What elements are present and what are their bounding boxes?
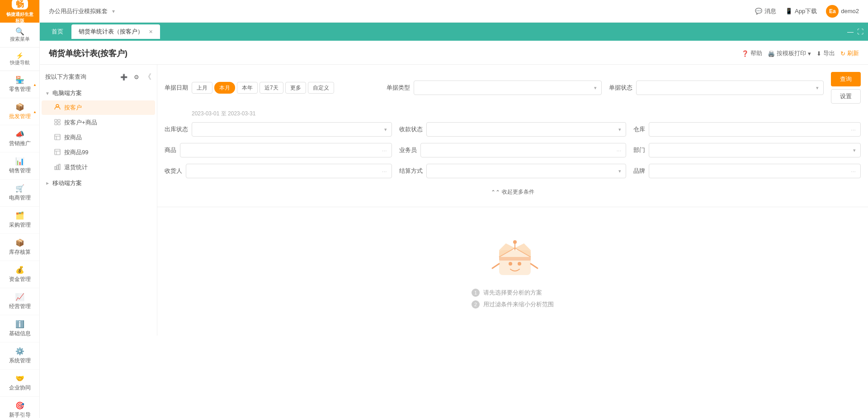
salesperson-dots-icon[interactable]: ··· [616, 147, 621, 154]
main-area: 办公用品行业模拟账套 ▾ 💬 消息 📱 App下载 Ea demo2 首页 [40, 0, 868, 418]
download-icon: 📱 [785, 8, 793, 14]
header-left: 办公用品行业模拟账套 ▾ [49, 7, 115, 15]
status-select[interactable]: ▾ [636, 81, 824, 95]
collect-chevron-icon: ▾ [618, 127, 621, 133]
sidebar-item-quick-nav[interactable]: ⚡ 快捷导航 [0, 48, 39, 71]
receiver-select[interactable]: ··· [186, 164, 392, 178]
receiver-label: 收货人 [165, 167, 182, 175]
right-panel: 单据日期 上月 本月 本年 近7天 更多 自定义 [157, 65, 868, 336]
sidebar-item-purchase[interactable]: 🗂️ 采购管理 [0, 207, 39, 234]
sidebar-item-ecommerce[interactable]: 🛒 电商管理 [0, 180, 39, 207]
settings-scheme-btn[interactable]: ⚙ [132, 72, 142, 82]
product-select[interactable]: ··· [180, 143, 392, 157]
tab-home[interactable]: 首页 [44, 24, 71, 39]
svg-line-20 [492, 264, 499, 268]
scheme-item-by-customer[interactable]: 按客户 [42, 100, 155, 115]
sidebar-item-inventory[interactable]: 📦 库存核算 [0, 234, 39, 261]
page-header: 销货单统计表(按客户) ❓ 帮助 🖨️ 按模板打印 ▾ ⬇ 导出 [40, 41, 868, 65]
header-title: 办公用品行业模拟账套 [49, 7, 108, 15]
filter-row-2: 出库状态 ▾ 收款状态 ▾ [165, 122, 861, 137]
group-expand-icon: ▼ [45, 91, 50, 96]
settlement-label: 结算方式 [399, 167, 423, 175]
type-select[interactable]: ▾ [414, 81, 601, 95]
date-btn-this-month[interactable]: 本月 [214, 82, 235, 94]
query-btn[interactable]: 查询 [831, 72, 861, 86]
refresh-btn[interactable]: ↻ 刷新 [840, 49, 859, 57]
brand-select[interactable]: ··· [649, 164, 861, 178]
status-label: 单据状态 [609, 84, 632, 92]
collect-status-select[interactable]: ▾ [426, 122, 627, 137]
settlement-select[interactable]: ▾ [426, 164, 627, 178]
warehouse-select[interactable]: ··· [649, 122, 861, 137]
messages-btn[interactable]: 💬 消息 [755, 7, 776, 15]
out-status-select[interactable]: ▾ [192, 122, 392, 137]
status-chevron-icon: ▾ [816, 85, 819, 91]
department-chevron-icon: ▾ [853, 147, 856, 153]
sidebar-item-finance[interactable]: 💰 资金管理 [0, 261, 39, 288]
collapse-scheme-btn[interactable]: 《 [144, 72, 151, 82]
setting-btn[interactable]: 设置 [831, 89, 861, 104]
help-btn[interactable]: ❓ 帮助 [741, 49, 762, 57]
sidebar-item-enterprise[interactable]: 🤝 企业协同 [0, 370, 39, 397]
tab-bar: 首页 销货单统计表（按客户） ✕ — ⛶ [40, 23, 868, 41]
product-dots-icon[interactable]: ··· [382, 147, 387, 154]
header-dropdown-icon[interactable]: ▾ [112, 8, 115, 14]
svg-rect-4 [58, 123, 60, 125]
template-print-btn[interactable]: 🖨️ 按模板打印 ▾ [768, 49, 811, 57]
collapse-more-btn[interactable]: ⌃⌃ 收起更多条件 [165, 185, 861, 200]
scheme-group-desktop-header[interactable]: ▼ 电脑端方案 [40, 86, 157, 100]
warehouse-filter: 仓库 ··· [633, 122, 861, 137]
sidebar-item-retail-mgmt[interactable]: 🏪 零售管理 [0, 71, 39, 98]
user-menu[interactable]: Ea demo2 [826, 5, 859, 18]
scheme-panel-actions: ➕ ⚙ 《 [119, 72, 151, 82]
sidebar-item-operation[interactable]: 📈 经营管理 [0, 288, 39, 315]
scheme-item-by-customer-product[interactable]: 按客户+商品 [42, 115, 155, 130]
message-icon: 💬 [755, 8, 762, 14]
person-icon [54, 104, 61, 112]
sidebar-item-new-guide[interactable]: 🎯 新手引导 [0, 397, 39, 418]
add-scheme-btn[interactable]: ➕ [119, 72, 129, 82]
scheme-item-by-product-99[interactable]: 按商品99 [42, 145, 155, 160]
svg-rect-8 [55, 149, 60, 155]
settlement-filter: 结算方式 ▾ [399, 164, 627, 178]
sidebar: 畅 畅捷通好生意 标版 🔍 搜索菜单 ⚡ 快捷导航 🏪 零售管理 📦 批发管理 … [0, 0, 40, 418]
empty-icon [490, 234, 535, 280]
warehouse-dots-icon[interactable]: ··· [851, 126, 856, 133]
scheme-item-by-product[interactable]: 按商品 [42, 130, 155, 145]
date-btn-7days[interactable]: 近7天 [259, 82, 283, 94]
sidebar-item-marketing[interactable]: 📣 营销推广 [0, 125, 39, 152]
maximize-btn[interactable]: ⛶ [857, 28, 863, 35]
empty-hints: 1 请先选择要分析的方案 2 用过滤条件来缩小分析范围 [472, 289, 554, 309]
out-status-filter: 出库状态 ▾ [165, 122, 392, 137]
svg-rect-11 [55, 166, 56, 170]
filter-area: 单据日期 上月 本月 本年 近7天 更多 自定义 [157, 65, 868, 207]
date-range-display: 2023-03-01 至 2023-03-31 [192, 110, 861, 118]
sidebar-item-system[interactable]: ⚙️ 系统管理 [0, 342, 39, 370]
sidebar-item-basic-info[interactable]: ℹ️ 基础信息 [0, 315, 39, 342]
date-btn-custom[interactable]: 自定义 [308, 82, 334, 94]
sidebar-item-sales-mgmt[interactable]: 📊 销售管理 [0, 152, 39, 180]
sidebar-item-wholesale-mgmt[interactable]: 📦 批发管理 [0, 98, 39, 125]
tab-sales-stats[interactable]: 销货单统计表（按客户） ✕ [71, 24, 160, 39]
brand-label: 品牌 [633, 167, 645, 175]
department-select[interactable]: ▾ [649, 143, 861, 157]
print-chevron-icon: ▾ [808, 50, 811, 57]
date-btn-last-month[interactable]: 上月 [192, 82, 212, 94]
brand-dots-icon[interactable]: ··· [851, 168, 856, 175]
scheme-group-mobile-header[interactable]: ▼ 移动端方案 [40, 176, 157, 190]
svg-rect-3 [55, 123, 57, 125]
scheme-group-desktop: ▼ 电脑端方案 按客户 [40, 86, 157, 175]
date-btn-more[interactable]: 更多 [285, 82, 306, 94]
svg-rect-1 [55, 119, 57, 122]
receiver-dots-icon[interactable]: ··· [382, 168, 387, 175]
empty-state: 1 请先选择要分析的方案 2 用过滤条件来缩小分析范围 [157, 207, 868, 336]
date-btn-this-year[interactable]: 本年 [237, 82, 258, 94]
app-download-btn[interactable]: 📱 App下载 [785, 7, 817, 15]
svg-point-17 [518, 262, 521, 266]
scheme-item-return-stats[interactable]: 退货统计 [42, 160, 155, 175]
sidebar-item-search-menu[interactable]: 🔍 搜索菜单 [0, 23, 39, 48]
tab-close-icon[interactable]: ✕ [149, 29, 153, 35]
minimize-btn[interactable]: — [847, 28, 854, 35]
export-btn[interactable]: ⬇ 导出 [816, 49, 835, 57]
salesperson-select[interactable]: ··· [420, 143, 627, 157]
